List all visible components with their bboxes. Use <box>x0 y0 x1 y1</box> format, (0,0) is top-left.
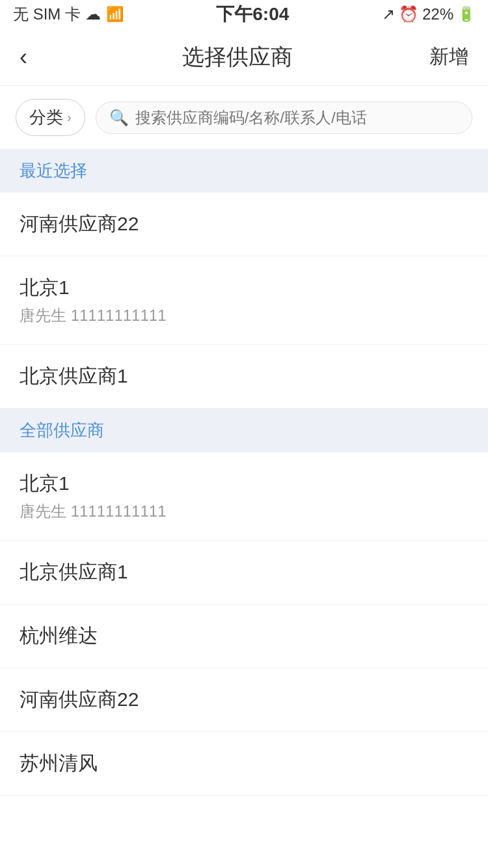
status-right: ↗ ⏰ 22% 🔋 <box>382 5 475 23</box>
recent-list: 河南供应商22北京1唐先生 11111111111北京供应商1 <box>0 193 488 409</box>
all-list: 北京1唐先生 11111111111北京供应商1杭州维达河南供应商22苏州清风 <box>0 452 488 796</box>
item-name: 北京1 <box>20 470 468 497</box>
recent-section-header: 最近选择 <box>0 149 488 193</box>
item-name: 杭州维达 <box>20 623 468 649</box>
item-sub: 唐先生 11111111111 <box>20 305 468 326</box>
all-section-header: 全部供应商 <box>0 409 488 452</box>
alarm-icon: ⏰ <box>399 5 418 23</box>
status-left: 无 SIM 卡 ☁ 📶 <box>13 4 124 25</box>
search-input[interactable] <box>135 109 459 127</box>
list-item[interactable]: 北京供应商1 <box>0 345 488 409</box>
wifi-icon: 📶 <box>106 6 124 23</box>
chevron-right-icon: › <box>67 110 72 125</box>
item-name: 苏州清风 <box>20 750 468 777</box>
nav-bar: ‹ 选择供应商 新增 <box>0 29 488 86</box>
status-bar: 无 SIM 卡 ☁ 📶 下午6:04 ↗ ⏰ 22% 🔋 <box>0 0 488 29</box>
list-item[interactable]: 河南供应商22 <box>0 668 488 732</box>
add-button[interactable]: 新增 <box>416 44 468 70</box>
back-button[interactable]: ‹ <box>20 44 59 71</box>
list-item[interactable]: 杭州维达 <box>0 604 488 668</box>
item-name: 北京1 <box>20 275 468 301</box>
filter-bar: 分类 › 🔍 <box>0 86 488 149</box>
search-box[interactable]: 🔍 <box>96 102 472 134</box>
location-icon: ↗ <box>382 5 395 23</box>
category-button[interactable]: 分类 › <box>16 99 85 136</box>
list-item[interactable]: 北京1唐先生 11111111111 <box>0 452 488 541</box>
item-name: 河南供应商22 <box>20 211 468 237</box>
item-name: 河南供应商22 <box>20 686 468 713</box>
item-name: 北京供应商1 <box>20 363 468 390</box>
list-item[interactable]: 河南供应商22 <box>0 193 488 256</box>
battery-icon: 🔋 <box>457 6 475 23</box>
page-title: 选择供应商 <box>182 42 293 72</box>
category-label: 分类 <box>29 106 63 129</box>
recent-section-label: 最近选择 <box>20 161 87 180</box>
list-item[interactable]: 北京供应商1 <box>0 541 488 604</box>
status-time: 下午6:04 <box>216 2 289 27</box>
list-item[interactable]: 北京1唐先生 11111111111 <box>0 256 488 345</box>
battery-level: 22% <box>422 5 454 23</box>
no-sim-label: 无 SIM 卡 ☁ <box>13 4 101 25</box>
list-item[interactable]: 苏州清风 <box>0 732 488 796</box>
all-section-label: 全部供应商 <box>20 420 104 440</box>
item-sub: 唐先生 11111111111 <box>20 501 468 522</box>
search-icon: 🔍 <box>109 109 129 127</box>
item-name: 北京供应商1 <box>20 559 468 586</box>
